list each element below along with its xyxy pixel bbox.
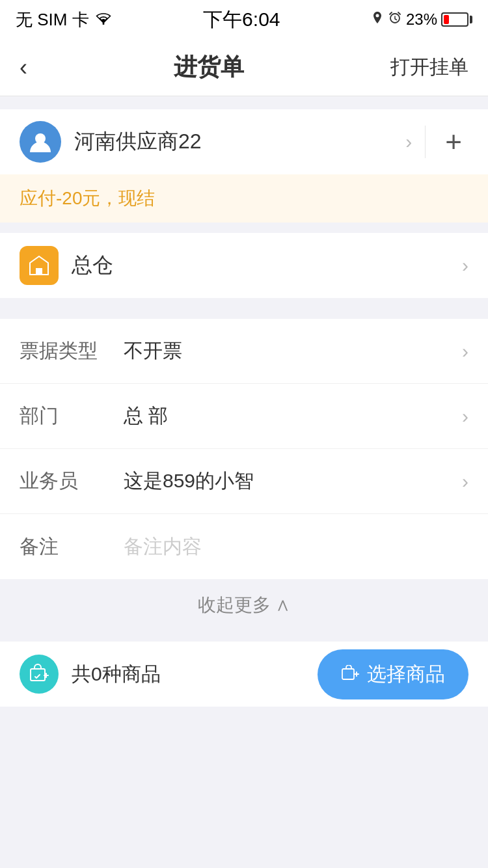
battery-icon xyxy=(441,12,472,27)
no-sim-text: 无 SIM 卡 xyxy=(16,8,89,31)
products-count: 共0种商品 xyxy=(72,661,161,688)
salesperson-value: 这是859的小智 xyxy=(111,468,455,495)
svg-point-0 xyxy=(102,23,104,25)
collapse-label: 收起更多 ∧ xyxy=(198,593,291,617)
svg-rect-4 xyxy=(31,669,45,681)
collapse-button[interactable]: 收起更多 ∧ xyxy=(0,579,488,631)
remark-input[interactable]: 备注内容 xyxy=(111,534,468,560)
status-left: 无 SIM 卡 xyxy=(16,8,113,31)
gap-3 xyxy=(0,298,488,308)
open-pending-button[interactable]: 打开挂单 xyxy=(390,54,468,81)
status-right: 23% xyxy=(371,10,472,29)
salesperson-chevron-icon: › xyxy=(462,470,468,493)
gap-4 xyxy=(0,631,488,642)
form-section: 票据类型 不开票 › 部门 总 部 › 业务员 这是859的小智 › 备注 备注… xyxy=(0,319,488,579)
warehouse-row[interactable]: 总仓 › xyxy=(0,233,488,298)
remark-row[interactable]: 备注 备注内容 xyxy=(0,514,488,579)
warehouse-chevron-icon: › xyxy=(462,254,468,277)
warehouse-icon xyxy=(20,246,59,285)
department-label: 部门 xyxy=(20,403,111,429)
svg-rect-7 xyxy=(342,669,354,679)
select-product-button[interactable]: 选择商品 xyxy=(318,649,468,699)
products-row: 共0种商品 选择商品 xyxy=(0,642,488,707)
add-supplier-button[interactable]: + xyxy=(439,126,468,158)
section-gap-1 xyxy=(0,96,488,109)
supplier-name: 河南供应商22 xyxy=(61,128,399,156)
products-left: 共0种商品 xyxy=(20,655,161,694)
salesperson-label: 业务员 xyxy=(20,468,111,495)
status-time: 下午6:04 xyxy=(203,7,280,33)
svg-rect-3 xyxy=(36,268,42,275)
gap-2 xyxy=(0,223,488,233)
status-bar: 无 SIM 卡 下午6:04 23% xyxy=(0,0,488,39)
select-product-label: 选择商品 xyxy=(367,661,445,688)
nav-bar: ‹ 进货单 打开挂单 xyxy=(0,39,488,96)
supplier-section: 河南供应商22 › + xyxy=(0,109,488,174)
invoice-label: 票据类型 xyxy=(20,338,111,364)
wifi-icon xyxy=(94,10,113,30)
supplier-row[interactable]: 河南供应商22 › + xyxy=(0,109,488,174)
product-icon xyxy=(20,655,59,694)
department-row[interactable]: 部门 总 部 › xyxy=(0,384,488,449)
page-title: 进货单 xyxy=(174,51,244,83)
notice-text: 应付-20元，现结 xyxy=(20,188,155,208)
location-icon xyxy=(371,10,384,29)
department-value: 总 部 xyxy=(111,403,455,429)
notice-banner: 应付-20元，现结 xyxy=(0,174,488,223)
invoice-chevron-icon: › xyxy=(462,340,468,362)
warehouse-name: 总仓 xyxy=(59,251,455,280)
alarm-icon xyxy=(388,10,402,29)
supplier-divider xyxy=(425,126,426,158)
invoice-row[interactable]: 票据类型 不开票 › xyxy=(0,319,488,384)
supplier-avatar xyxy=(20,121,61,163)
battery-text: 23% xyxy=(406,10,437,29)
back-button[interactable]: ‹ xyxy=(20,54,27,81)
supplier-chevron-icon: › xyxy=(405,131,412,153)
remark-label: 备注 xyxy=(20,534,111,560)
bottom-area xyxy=(0,707,488,868)
invoice-value: 不开票 xyxy=(111,338,455,364)
salesperson-row[interactable]: 业务员 这是859的小智 › xyxy=(0,449,488,514)
department-chevron-icon: › xyxy=(462,405,468,427)
